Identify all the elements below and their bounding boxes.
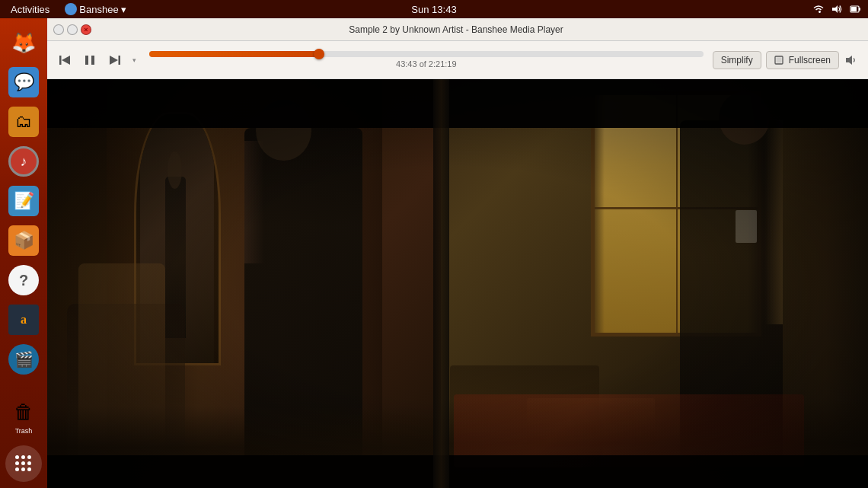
svg-rect-4 — [59, 56, 62, 65]
app-menu-arrow: ▾ — [121, 4, 126, 15]
app-name-label: Banshee — [79, 4, 118, 15]
dots-grid-icon — [15, 455, 32, 472]
scene-left — [47, 79, 441, 488]
close-button[interactable]: × — [81, 24, 91, 35]
fullscreen-label: Fullscreen — [789, 55, 831, 65]
media-player-window: × Sample 2 by Unknown Artist - Banshee M… — [47, 18, 868, 488]
sidebar-item-help[interactable]: ? — [5, 262, 42, 298]
time-display: 43:43 of 2:21:19 — [396, 59, 457, 69]
sidebar-item-music[interactable]: ♪ — [5, 143, 42, 180]
sidebar: 🦊 💬 🗂 ♪ 📝 📦 ? a 🎬 🗑 Trash — [0, 18, 47, 488]
playback-dropdown-button[interactable]: ▾ — [128, 49, 140, 71]
sidebar-item-software[interactable]: 📦 — [5, 222, 42, 259]
svg-marker-9 — [110, 56, 118, 65]
topbar-clock: Sun 13:43 — [411, 4, 456, 15]
video-scene — [47, 79, 868, 488]
next-button[interactable] — [104, 49, 125, 71]
scene-right — [441, 79, 868, 488]
topbar-right — [812, 4, 862, 14]
sidebar-item-firefox[interactable]: 🦊 — [5, 24, 42, 61]
svg-rect-11 — [776, 57, 781, 62]
window-titlebar: × Sample 2 by Unknown Artist - Banshee M… — [47, 18, 868, 41]
progress-section: 43:43 of 2:21:19 — [143, 51, 710, 69]
wifi-icon[interactable] — [812, 4, 825, 14]
svg-marker-0 — [832, 5, 838, 13]
simplify-button[interactable]: Simplify — [713, 51, 761, 69]
progress-bar[interactable] — [149, 51, 704, 57]
power-icon[interactable] — [848, 4, 862, 14]
show-applications-button[interactable] — [5, 445, 42, 482]
close-icon: × — [84, 26, 88, 33]
previous-button[interactable] — [55, 49, 76, 71]
volume-tray-icon[interactable] — [830, 4, 844, 14]
sidebar-item-writer[interactable]: 📝 — [5, 183, 42, 219]
sidebar-item-amazon[interactable]: a — [5, 301, 42, 338]
topbar: Activities Banshee ▾ Sun 13:43 — [0, 0, 868, 18]
svg-rect-8 — [119, 56, 121, 65]
toolbar-right: Simplify Fullscreen — [713, 51, 860, 69]
svg-rect-6 — [85, 56, 88, 65]
progress-fill — [149, 51, 319, 57]
maximize-button[interactable] — [67, 24, 78, 35]
activities-button[interactable]: Activities — [6, 2, 54, 17]
sidebar-item-messaging[interactable]: 💬 — [5, 64, 42, 100]
progress-thumb — [314, 49, 324, 59]
sidebar-item-banshee[interactable]: 🎬 — [5, 341, 42, 378]
svg-marker-5 — [62, 56, 70, 65]
app-menu-button[interactable]: Banshee ▾ — [62, 2, 129, 17]
volume-button[interactable] — [844, 52, 860, 69]
svg-marker-12 — [846, 56, 852, 65]
svg-rect-3 — [851, 7, 857, 11]
window-controls: × — [53, 24, 91, 35]
trash-label: Trash — [15, 427, 33, 435]
video-area[interactable] — [47, 79, 868, 488]
topbar-left: Activities Banshee ▾ — [6, 2, 129, 17]
sidebar-item-files[interactable]: 🗂 — [5, 104, 42, 140]
fullscreen-button[interactable]: Fullscreen — [766, 51, 839, 69]
banshee-icon — [65, 3, 77, 15]
play-pause-button[interactable] — [79, 49, 101, 71]
svg-rect-7 — [91, 56, 94, 65]
svg-rect-2 — [859, 8, 860, 11]
media-toolbar: ▾ 43:43 of 2:21:19 Simplify Fullscreen — [47, 41, 868, 79]
minimize-button[interactable] — [53, 24, 64, 35]
window-title: Sample 2 by Unknown Artist - Banshee Med… — [91, 24, 821, 35]
sidebar-item-trash[interactable]: 🗑 Trash — [5, 398, 42, 435]
